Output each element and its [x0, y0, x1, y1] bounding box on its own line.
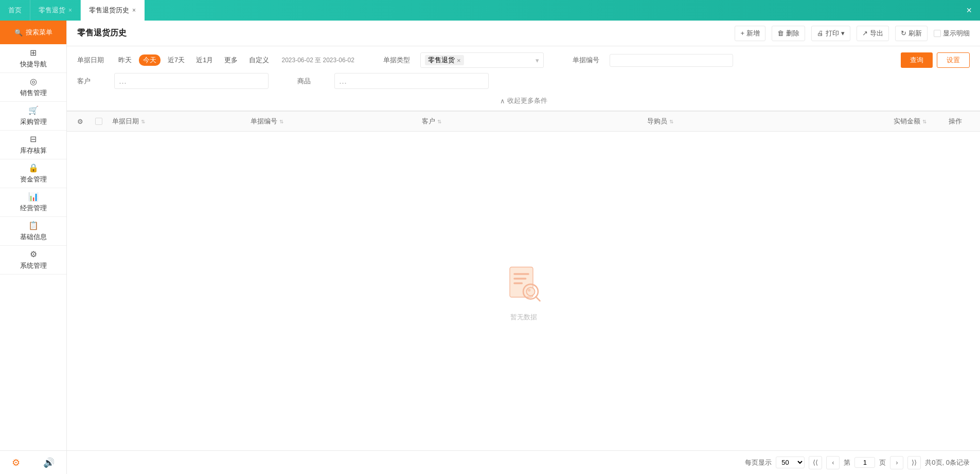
display-detail-checkbox[interactable]: [934, 30, 941, 37]
print-button[interactable]: 🖨 打印 ▾: [811, 26, 850, 41]
page-number-input[interactable]: [854, 457, 875, 468]
svg-rect-3: [513, 282, 523, 284]
next-page-button[interactable]: ›: [890, 456, 903, 469]
date-opt-today[interactable]: 今天: [139, 54, 161, 66]
setting-button[interactable]: 设置: [937, 52, 970, 68]
sidebar-item-label: 快捷导航: [20, 60, 47, 69]
sidebar-item-sys-mgmt[interactable]: ⚙ 系统管理: [0, 246, 66, 275]
sidebar-item-quick-nav[interactable]: ⊞ 快捷导航: [0, 44, 66, 73]
query-button[interactable]: 查询: [901, 52, 933, 68]
date-filter-label: 单据日期: [77, 56, 106, 65]
prev-page-button[interactable]: ‹: [826, 456, 840, 469]
goods-label: 商品: [297, 77, 326, 86]
filter-row-1: 单据日期 昨天 今天 近7天 近1月 更多 自定义 2023-06-02 至 2…: [77, 52, 970, 68]
goods-select[interactable]: ...: [334, 73, 489, 89]
svg-point-5: [526, 287, 534, 296]
sidebar-bottom: ⚙ 🔊: [0, 450, 66, 474]
date-sort-icon[interactable]: ⇅: [141, 119, 145, 124]
sidebar-item-finance-mgmt[interactable]: 🔒 资金管理: [0, 159, 66, 188]
tab-retail-return[interactable]: 零售退货 ×: [30, 0, 81, 21]
purchase-icon: 🛒: [28, 105, 39, 115]
svg-point-7: [528, 289, 530, 291]
doc-type-tag-close[interactable]: ×: [457, 57, 461, 64]
svg-rect-1: [513, 273, 529, 275]
th-date: 单据日期 ⇅: [108, 117, 246, 126]
collapse-bar[interactable]: ∧ 收起更多条件: [77, 94, 970, 106]
sidebar-item-inventory[interactable]: ⊟ 库存核算: [0, 131, 66, 159]
tab-home[interactable]: 首页: [0, 0, 30, 21]
date-opt-more[interactable]: 更多: [220, 54, 242, 66]
sidebar-item-basic-info[interactable]: 📋 基础信息: [0, 217, 66, 246]
guide-sort-icon[interactable]: ⇅: [669, 119, 673, 124]
select-all-checkbox[interactable]: [95, 118, 102, 125]
page-size-select[interactable]: 50 10 20 100: [776, 457, 805, 468]
export-icon: ↗: [862, 29, 868, 37]
refresh-icon: ↻: [901, 29, 906, 37]
th-settings[interactable]: ⚙: [71, 118, 90, 125]
date-opt-7days[interactable]: 近7天: [164, 54, 189, 66]
customer-select[interactable]: ...: [114, 73, 269, 89]
sales-icon: ◎: [30, 77, 37, 86]
tab-retail-return-history-close[interactable]: ×: [132, 7, 136, 14]
display-detail-toggle[interactable]: 显示明细: [934, 29, 970, 38]
customer-dots: ...: [119, 76, 127, 86]
inventory-icon: ⊟: [30, 134, 37, 144]
top-bar: 首页 零售退货 × 零售退货历史 × ×: [0, 0, 980, 21]
settings-bottom-icon[interactable]: ⚙: [12, 457, 20, 468]
last-page-button[interactable]: ⟩⟩: [907, 456, 921, 469]
volume-icon[interactable]: 🔊: [43, 457, 55, 468]
sidebar-item-label: 销售管理: [20, 88, 47, 98]
tab-retail-return-history[interactable]: 零售退货历史 ×: [81, 0, 145, 21]
table-header: ⚙ 单据日期 ⇅ 单据编号 ⇅ 客户 ⇅ 导购员 ⇅ 实销金额: [67, 111, 980, 132]
sidebar-item-purchase-mgmt[interactable]: 🛒 采购管理: [0, 102, 66, 131]
sidebar-item-sales-mgmt[interactable]: ◎ 销售管理: [0, 73, 66, 102]
window-close-button[interactable]: ×: [966, 5, 972, 16]
header-actions: + 新增 🗑 删除 🖨 打印 ▾ ↗ 导出 ↻ 刷新 显示明细: [735, 26, 970, 41]
date-opt-custom[interactable]: 自定义: [245, 54, 273, 66]
ops-icon: 📊: [28, 192, 39, 202]
main-content: 零售退货历史 + 新增 🗑 删除 🖨 打印 ▾ ↗ 导出 ↻ 刷新: [67, 21, 980, 474]
tab-retail-return-close[interactable]: ×: [68, 7, 72, 14]
export-button[interactable]: ↗ 导出: [857, 26, 889, 41]
sidebar-item-label: 库存核算: [20, 146, 47, 155]
date-opt-yesterday[interactable]: 昨天: [114, 54, 136, 66]
sys-icon: ⚙: [30, 249, 37, 259]
svg-rect-2: [513, 278, 526, 280]
date-range-display: 2023-06-02 至 2023-06-02: [281, 56, 354, 65]
sidebar-item-label: 资金管理: [20, 175, 47, 184]
column-settings-icon[interactable]: ⚙: [77, 118, 83, 125]
th-amount: 实销金额 ⇅: [814, 117, 935, 126]
new-button[interactable]: + 新增: [735, 26, 765, 41]
th-op: 操作: [935, 117, 976, 126]
doc-num-input[interactable]: [610, 54, 733, 67]
doc-type-dropdown-icon: ▾: [536, 57, 539, 64]
doc-num-label: 单据编号: [573, 56, 601, 65]
plus-icon: +: [740, 29, 744, 37]
page-header: 零售退货历史 + 新增 🗑 删除 🖨 打印 ▾ ↗ 导出 ↻ 刷新: [67, 21, 980, 46]
refresh-button[interactable]: ↻ 刷新: [895, 26, 928, 41]
delete-icon: 🗑: [777, 29, 784, 37]
delete-button[interactable]: 🗑 删除: [772, 26, 805, 41]
print-dropdown-icon: ▾: [841, 29, 845, 37]
sidebar-item-label: 系统管理: [20, 261, 47, 270]
finance-icon: 🔒: [28, 163, 39, 173]
empty-text: 暂无数据: [510, 313, 537, 322]
page-title: 零售退货历史: [77, 28, 127, 39]
sidebar-item-ops-mgmt[interactable]: 📊 经营管理: [0, 188, 66, 217]
collapse-up-icon: ∧: [500, 97, 505, 105]
doc-type-select[interactable]: 零售退货 × ▾: [420, 52, 544, 68]
th-guide: 导购员 ⇅: [643, 117, 814, 126]
filter-row-2: 客户 ... 商品 ...: [77, 73, 970, 89]
sidebar-item-label: 采购管理: [20, 117, 47, 126]
amount-sort-icon[interactable]: ⇅: [922, 119, 926, 124]
date-opt-1month[interactable]: 近1月: [192, 54, 217, 66]
customer-sort-icon[interactable]: ⇅: [437, 119, 441, 124]
doc-type-tag: 零售退货 ×: [425, 55, 464, 65]
search-icon: 🔍: [14, 29, 23, 37]
first-page-button[interactable]: ⟨⟨: [809, 456, 822, 469]
sidebar-search[interactable]: 🔍 搜索菜单: [0, 21, 66, 44]
th-checkbox[interactable]: [90, 118, 108, 125]
goods-dots: ...: [339, 76, 347, 86]
empty-state: 暂无数据: [67, 132, 980, 450]
num-sort-icon[interactable]: ⇅: [279, 119, 283, 124]
